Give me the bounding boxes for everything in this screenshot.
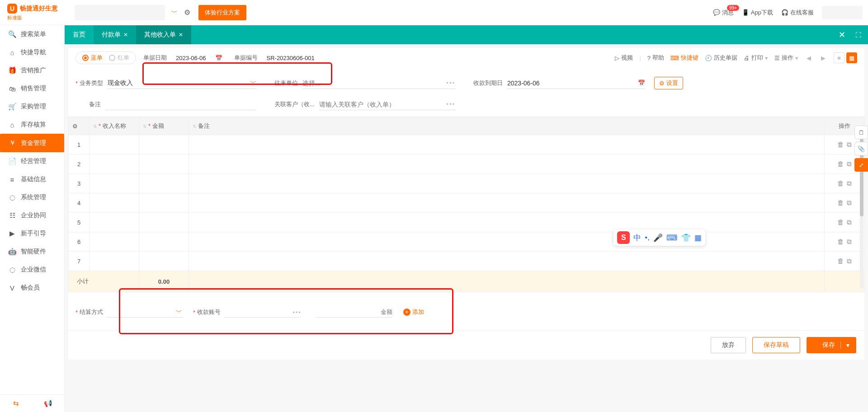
table-row[interactable]: 3🗑⧉	[69, 174, 864, 193]
cell-amount[interactable]	[139, 174, 189, 193]
tab-1[interactable]: 付款单✕	[94, 25, 136, 44]
cell-name[interactable]	[90, 135, 139, 154]
sidebar-footer-right[interactable]: 📢	[32, 395, 64, 412]
ime-keyboard-icon[interactable]: ⌨	[666, 233, 678, 243]
view-card-icon[interactable]: ▦	[846, 52, 857, 63]
cell-remark[interactable]	[189, 174, 825, 193]
ime-bar[interactable]: S 中 •, 🎤 ⌨ 👕 ▦	[613, 229, 705, 246]
copy-row-icon[interactable]: ⧉	[847, 238, 852, 245]
sidebar-item-1[interactable]: ⌂快捷导航	[0, 43, 64, 61]
cell-name[interactable]	[90, 193, 139, 213]
cell-amount[interactable]	[139, 154, 189, 174]
sidebar-item-13[interactable]: ◌企业微信	[0, 261, 64, 279]
sidebar-item-8[interactable]: ≡基础信息	[0, 170, 64, 188]
sidebar-item-2[interactable]: 🎁营销推广	[0, 61, 64, 80]
sidebar-item-3[interactable]: 🛍销售管理	[0, 80, 64, 98]
close-tab-button[interactable]: ✕	[835, 28, 848, 41]
more-icon[interactable]: •••	[292, 309, 302, 316]
copy-row-icon[interactable]: ⧉	[847, 140, 852, 148]
grid-settings-header[interactable]: ⚙	[69, 117, 90, 135]
more-icon[interactable]: •••	[446, 80, 455, 86]
close-icon[interactable]: ✕	[123, 32, 128, 38]
doc-date-value[interactable]: 2023-06-06	[176, 55, 206, 61]
table-row[interactable]: 4🗑⧉	[69, 193, 864, 213]
radio-red[interactable]: 红单	[109, 54, 129, 62]
due-date-input[interactable]	[507, 80, 636, 87]
table-row[interactable]: 1🗑⧉	[69, 135, 864, 154]
calendar-icon[interactable]: 📅	[638, 80, 645, 86]
cell-name[interactable]	[90, 232, 139, 252]
radio-blue[interactable]: 蓝单	[82, 54, 103, 62]
experience-button[interactable]: 体验行业方案	[198, 5, 246, 20]
cell-name[interactable]	[90, 252, 139, 271]
cell-remark[interactable]	[189, 154, 825, 174]
table-row[interactable]: 5🗑⧉	[69, 213, 864, 232]
delete-row-icon[interactable]: 🗑	[837, 160, 844, 168]
cell-remark[interactable]	[189, 252, 825, 271]
cell-remark[interactable]	[189, 135, 825, 154]
copy-row-icon[interactable]: ⧉	[847, 218, 852, 226]
cell-name[interactable]	[90, 213, 139, 232]
more-icon[interactable]: •••	[446, 101, 455, 108]
save-draft-button[interactable]: 保存草稿	[752, 337, 800, 353]
copy-row-icon[interactable]: ⧉	[847, 257, 852, 265]
chevron-down-icon[interactable]: ﹀	[250, 79, 256, 87]
ops-link[interactable]: ☰操作▾	[774, 54, 798, 62]
cell-amount[interactable]	[139, 193, 189, 213]
chevron-down-icon[interactable]: ﹀	[171, 9, 178, 17]
chevron-down-icon[interactable]: ﹀	[176, 308, 182, 316]
cell-name[interactable]	[90, 174, 139, 193]
cell-amount[interactable]	[139, 232, 189, 252]
org-selector[interactable]	[75, 5, 165, 20]
copy-row-icon[interactable]: ⧉	[847, 160, 852, 168]
tab-2[interactable]: 其他收入单✕	[136, 25, 191, 44]
settle-amount-input[interactable]	[316, 307, 392, 318]
table-row[interactable]: 7🗑⧉	[69, 252, 864, 271]
copy-row-icon[interactable]: ⧉	[847, 199, 852, 206]
sidebar-item-7[interactable]: 📄经营管理	[0, 152, 64, 170]
delete-row-icon[interactable]: 🗑	[837, 238, 844, 245]
sort-icon[interactable]: ⇅	[193, 124, 196, 129]
table-row[interactable]: 6🗑⧉	[69, 232, 864, 252]
delete-row-icon[interactable]: 🗑	[837, 179, 844, 187]
app-download-link[interactable]: 📱 App下载	[742, 9, 773, 17]
close-icon[interactable]: ✕	[179, 32, 183, 38]
copy-row-icon[interactable]: ⧉	[847, 179, 852, 187]
gear-icon[interactable]: ⚙	[184, 8, 190, 17]
sort-icon[interactable]: ⇅	[143, 124, 146, 129]
prev-icon[interactable]: ◀	[805, 55, 813, 61]
sidebar-item-11[interactable]: ▶新手引导	[0, 225, 64, 243]
delete-row-icon[interactable]: 🗑	[837, 218, 844, 226]
sidebar-item-5[interactable]: ⌂库存核算	[0, 116, 64, 134]
ime-punct-icon[interactable]: •,	[645, 233, 650, 242]
ime-skin-icon[interactable]: 👕	[681, 233, 691, 243]
next-icon[interactable]: ▶	[819, 55, 827, 61]
sort-icon[interactable]: ⇅	[93, 124, 97, 129]
cell-amount[interactable]	[139, 135, 189, 154]
sidebar-item-4[interactable]: 🛒采购管理	[0, 98, 64, 116]
cell-amount[interactable]	[139, 213, 189, 232]
sidebar-item-14[interactable]: V畅会员	[0, 279, 64, 297]
delete-row-icon[interactable]: 🗑	[837, 257, 844, 265]
cell-amount[interactable]	[139, 252, 189, 271]
ime-mic-icon[interactable]: 🎤	[653, 233, 663, 243]
attach-icon[interactable]: 📎	[854, 142, 868, 155]
view-list-icon[interactable]: ≡	[834, 52, 844, 63]
video-link[interactable]: ▷视频	[615, 54, 633, 62]
settle-account-input[interactable]	[224, 307, 301, 318]
save-button[interactable]: 保存 ▾	[807, 337, 856, 353]
cell-remark[interactable]	[189, 193, 825, 213]
history-link[interactable]: 🕘历史单据	[705, 54, 737, 62]
settings-button[interactable]: ⚙ 设置	[654, 77, 683, 89]
user-menu[interactable]	[822, 6, 863, 19]
ime-lang[interactable]: 中	[633, 233, 641, 243]
note-icon[interactable]: 🗒	[854, 126, 868, 139]
table-row[interactable]: 2🗑⧉	[69, 154, 864, 174]
sidebar-footer-left[interactable]: ⇆	[0, 395, 32, 412]
messages-link[interactable]: 💬 消息 99+	[713, 9, 734, 17]
tab-0[interactable]: 首页	[65, 25, 94, 44]
sidebar-item-6[interactable]: ￥资金管理	[0, 134, 64, 152]
delete-row-icon[interactable]: 🗑	[837, 199, 844, 206]
cell-remark[interactable]	[189, 213, 825, 232]
ime-toolbox-icon[interactable]: ▦	[694, 233, 702, 243]
